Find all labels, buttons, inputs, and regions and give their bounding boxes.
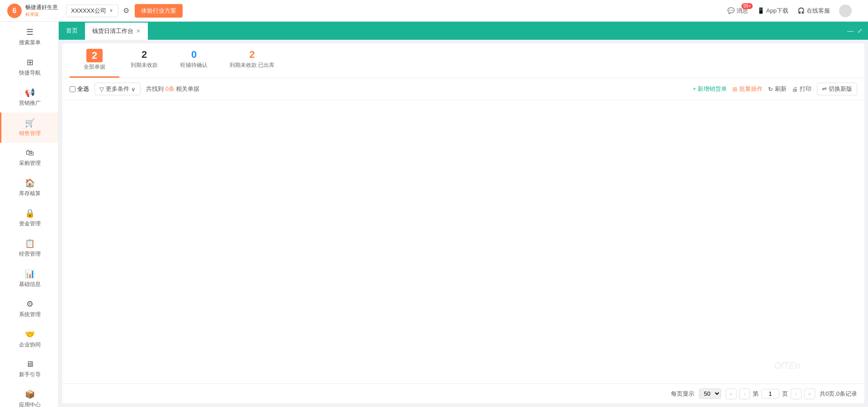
sidebar-label-finance: 资金管理 — [19, 220, 41, 228]
last-page-button[interactable]: » — [804, 388, 815, 399]
stat-tab-pending[interactable]: 0 旺辅待确认 — [169, 43, 219, 78]
sidebar-label-search: 搜索菜单 — [19, 39, 41, 47]
print-button[interactable]: 🖨 打印 — [792, 85, 811, 93]
app-download-button[interactable]: 📱 App下载 — [757, 7, 788, 15]
switch-version-button[interactable]: ⇌ 切换新版 — [817, 83, 857, 95]
sidebar-label-purchase: 采购管理 — [19, 159, 41, 167]
filter-icon: ▽ — [99, 86, 104, 93]
tab-home-label: 首页 — [66, 27, 78, 35]
stat-label-overdue: 到期未收款 — [131, 61, 158, 69]
sidebar-label-app-center: 应用中心 — [19, 401, 41, 407]
operations-icon: 📋 — [25, 239, 35, 248]
sidebar-item-guide[interactable]: 🖥 新手引导 — [0, 354, 58, 384]
prev-page-button[interactable]: ‹ — [739, 388, 750, 399]
sidebar-label-marketing: 营销推广 — [19, 99, 41, 107]
marketing-icon: 📢 — [25, 88, 35, 98]
sidebar-item-inventory[interactable]: 🏠 库存核算 — [0, 173, 58, 203]
sales-icon: 🛒 — [25, 118, 35, 128]
avatar[interactable] — [839, 5, 852, 17]
batch-operations-button[interactable]: ⊞ 批量操作 — [732, 85, 763, 93]
page-number-input[interactable] — [761, 389, 779, 398]
tab-bar: 首页 钱货日清工作台 ✕ — ⤢ — [59, 22, 868, 40]
tab-bar-right: — ⤢ — [847, 27, 868, 34]
stat-num-all: 2 — [86, 49, 103, 62]
sidebar-item-enterprise[interactable]: 🤝 企业协同 — [0, 324, 58, 354]
sidebar-item-app-center[interactable]: 📦 应用中心 — [0, 384, 58, 407]
refresh-icon: ↻ — [768, 86, 773, 93]
tab-close-icon[interactable]: ✕ — [136, 28, 141, 34]
logo-area: 6 畅捷通好生意 标准版 — [7, 4, 66, 18]
finance-icon: 🔒 — [25, 208, 35, 218]
maximize-icon[interactable]: ⤢ — [857, 27, 863, 34]
table-area — [62, 100, 864, 384]
chevron-down-icon: ▼ — [109, 8, 113, 13]
sidebar-label-quick-nav: 快捷导航 — [19, 69, 41, 77]
stat-tab-shipped[interactable]: 2 到期未收款 已出库 — [219, 43, 285, 78]
pagination: « ‹ 第 页 › » — [726, 388, 815, 399]
layout: ☰ 搜索菜单 ⊞ 快捷导航 📢 营销推广 🛒 销售管理 🛍 采购管理 🏠 库存核… — [0, 22, 868, 407]
top-header: 6 畅捷通好生意 标准版 XXXXXX公司 ▼ ⚙ 体验行业方案 💬 消息 99… — [0, 0, 868, 22]
guide-icon: 🖥 — [26, 360, 34, 369]
print-icon: 🖨 — [792, 86, 798, 93]
message-button[interactable]: 💬 消息 99+ — [727, 7, 748, 15]
tab-cash-daily[interactable]: 钱货日清工作台 ✕ — [85, 22, 148, 40]
add-sales-order-button[interactable]: + 新增销货单 — [693, 85, 727, 93]
sidebar-item-search[interactable]: ☰ 搜索菜单 — [0, 22, 58, 52]
service-icon: 🎧 — [797, 7, 805, 14]
total-records: 共0页,0条记录 — [820, 390, 857, 398]
sidebar-item-operations[interactable]: 📋 经营管理 — [0, 233, 58, 263]
page-suffix: 页 — [782, 390, 788, 398]
sidebar-item-system[interactable]: ⚙ 系统管理 — [0, 294, 58, 324]
toolbar: 全选 ▽ 更多条件 ∨ 共找到 0条 相关单据 + 新增销货单 — [62, 78, 864, 100]
filter-button[interactable]: ▽ 更多条件 ∨ — [94, 83, 141, 95]
sidebar-item-purchase[interactable]: 🛍 采购管理 — [0, 143, 58, 173]
sidebar-label-inventory: 库存核算 — [19, 190, 41, 197]
stat-num-shipped: 2 — [250, 49, 255, 61]
tab-cash-daily-label: 钱货日清工作台 — [92, 27, 133, 35]
gear-icon[interactable]: ⚙ — [123, 6, 129, 15]
select-all-input[interactable] — [70, 86, 75, 92]
inventory-icon: 🏠 — [25, 178, 35, 188]
logo-icon: 6 — [7, 4, 22, 18]
select-all-checkbox[interactable]: 全选 — [70, 85, 89, 93]
minimize-icon[interactable]: — — [847, 27, 854, 34]
company-name: XXXXXX公司 — [71, 7, 106, 15]
chevron-filter-icon: ∨ — [131, 86, 136, 93]
sidebar-item-finance[interactable]: 🔒 资金管理 — [0, 203, 58, 233]
sidebar-item-marketing[interactable]: 📢 营销推广 — [0, 82, 58, 112]
page-prefix: 第 — [753, 390, 759, 398]
stat-label-all: 全部单据 — [84, 63, 105, 71]
found-text: 共找到 0条 相关单据 — [146, 85, 199, 93]
online-service-button[interactable]: 🎧 在线客服 — [797, 7, 830, 15]
search-icon: ☰ — [26, 27, 33, 37]
sidebar-label-base-info: 基础信息 — [19, 281, 41, 288]
enterprise-icon: 🤝 — [25, 329, 35, 339]
message-badge: 99+ — [741, 3, 753, 9]
batch-icon: ⊞ — [732, 86, 737, 93]
stats-tabs: 2 全部单据 2 到期未收款 0 旺辅待确认 2 到期未收款 已出库 — [62, 43, 864, 78]
per-page-select[interactable]: 50 — [699, 388, 721, 399]
stat-tab-all[interactable]: 2 全部单据 — [70, 43, 119, 78]
quick-nav-icon: ⊞ — [27, 57, 33, 67]
content-area: 2 全部单据 2 到期未收款 0 旺辅待确认 2 到期未收款 已出库 — [62, 43, 864, 403]
sidebar-item-quick-nav[interactable]: ⊞ 快捷导航 — [0, 52, 58, 82]
first-page-button[interactable]: « — [726, 388, 736, 399]
stat-tab-overdue[interactable]: 2 到期未收款 — [119, 43, 169, 78]
next-page-button[interactable]: › — [791, 388, 802, 399]
stat-label-pending: 旺辅待确认 — [180, 61, 208, 69]
sidebar-label-operations: 经营管理 — [19, 250, 41, 258]
stat-label-shipped: 到期未收款 已出库 — [230, 61, 274, 69]
refresh-button[interactable]: ↻ 刷新 — [768, 85, 787, 93]
sidebar-item-base-info[interactable]: 📊 基础信息 — [0, 263, 58, 294]
download-icon: 📱 — [757, 7, 764, 14]
sidebar: ☰ 搜索菜单 ⊞ 快捷导航 📢 营销推广 🛒 销售管理 🛍 采购管理 🏠 库存核… — [0, 22, 59, 407]
logo-text: 畅捷通好生意 标准版 — [25, 4, 58, 18]
experience-button[interactable]: 体验行业方案 — [135, 4, 183, 18]
company-selector[interactable]: XXXXXX公司 ▼ — [66, 5, 118, 17]
toolbar-right: + 新增销货单 ⊞ 批量操作 ↻ 刷新 🖨 打印 ⇌ — [693, 83, 857, 95]
tab-home[interactable]: 首页 — [59, 22, 85, 40]
sidebar-item-sales[interactable]: 🛒 销售管理 — [0, 112, 58, 143]
stat-num-pending: 0 — [191, 49, 197, 61]
system-icon: ⚙ — [26, 299, 33, 309]
sidebar-label-guide: 新手引导 — [19, 371, 41, 379]
